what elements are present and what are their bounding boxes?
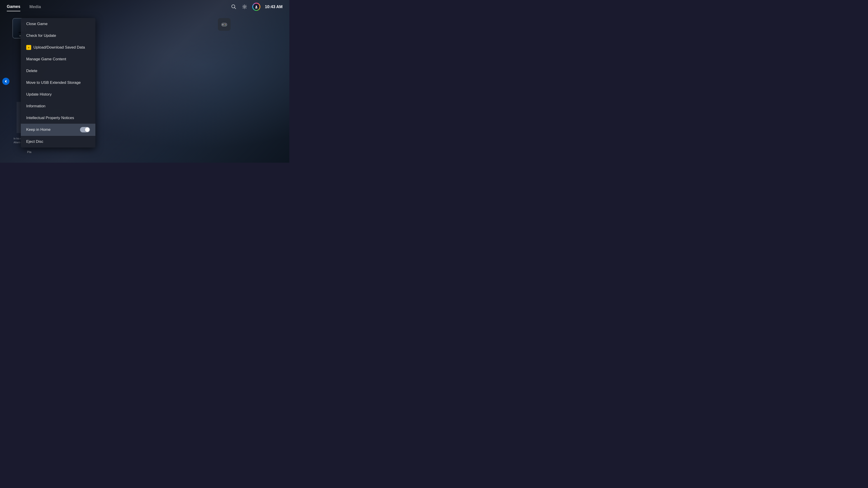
search-icon[interactable] [230,4,237,10]
keep-home-label: Keep in Home [26,127,51,132]
svg-rect-15 [222,24,223,25]
svg-point-17 [226,24,226,25]
settings-icon[interactable] [241,4,248,10]
svg-point-3 [256,6,257,7]
controller-icon-area [218,18,230,31]
menu-item-update-history[interactable]: Update History [21,89,95,100]
check-update-label: Check for Update [26,33,56,38]
nav-tabs: Games Media [7,2,41,11]
eject-disc-label: Eject Disc [26,139,43,144]
menu-item-manage-content[interactable]: Manage Game Content [21,53,95,65]
menu-item-upload-download[interactable]: + Upload/Download Saved Data [21,41,95,53]
menu-item-eject-disc[interactable]: Eject Disc [21,136,95,148]
svg-point-4 [255,7,257,8]
ps-plus-badge: + [26,45,31,50]
svg-point-18 [225,25,226,25]
upload-download-label: Upload/Download Saved Data [33,45,85,50]
delete-label: Delete [26,69,37,73]
playstation-account-icon[interactable] [252,3,260,11]
sidebar-navigation [2,78,9,85]
top-navigation-bar: Games Media 10:43 [0,0,289,13]
keep-home-toggle-container [80,127,90,132]
menu-item-ip-notices[interactable]: Intellectual Property Notices [21,112,95,124]
context-menu: Close Game Check for Update + Upload/Dow… [21,18,95,148]
svg-point-16 [225,24,226,24]
menu-item-move-usb[interactable]: Move to USB Extended Storage [21,77,95,89]
svg-point-2 [244,6,245,8]
menu-item-keep-home[interactable]: Keep in Home [21,124,95,136]
time-display: 10:43 AM [265,4,283,9]
tab-games[interactable]: Games [7,2,20,11]
keep-home-toggle[interactable] [80,127,90,132]
sidebar-back-icon[interactable] [2,78,9,85]
ps-icon-inner [253,4,259,10]
manage-content-label: Manage Game Content [26,57,66,61]
close-game-label: Close Game [26,22,48,26]
top-right-controls: 10:43 AM [230,3,283,11]
svg-point-19 [225,24,225,25]
ip-notices-label: Intellectual Property Notices [26,116,74,120]
menu-item-information[interactable]: Information [21,100,95,112]
play-button-label: Pla [27,150,31,154]
move-usb-label: Move to USB Extended Storage [26,80,81,85]
information-label: Information [26,104,45,108]
toggle-thumb [85,127,90,132]
menu-item-delete[interactable]: Delete [21,65,95,77]
menu-item-check-update[interactable]: Check for Update [21,30,95,41]
controller-icon-box[interactable] [218,18,230,31]
svg-line-1 [235,8,236,9]
tab-media[interactable]: Media [29,3,41,11]
update-history-label: Update History [26,92,52,97]
menu-item-close-game[interactable]: Close Game [21,18,95,30]
